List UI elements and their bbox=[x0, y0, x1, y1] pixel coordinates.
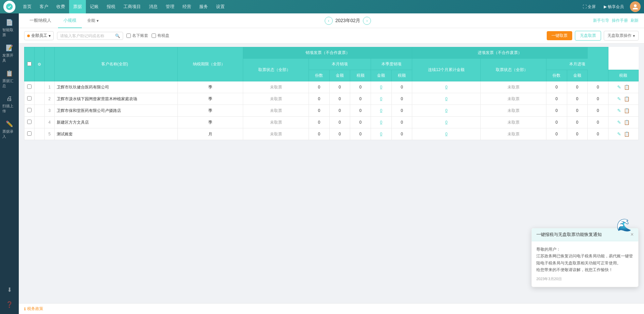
sidebar-item-entry-label: 票据录入 bbox=[2, 129, 16, 139]
row-edit-btn-2[interactable]: ✎ bbox=[616, 107, 622, 114]
no-disk-ops-btn[interactable]: 无盘取票操作 ▾ bbox=[604, 31, 639, 41]
sidebar-item-entry[interactable]: ✏️ 票据录入 bbox=[1, 118, 18, 142]
row-checkbox-1[interactable] bbox=[24, 93, 35, 105]
search-box: 🔍 bbox=[57, 32, 123, 40]
period-next-btn[interactable]: › bbox=[363, 17, 371, 25]
table-row: 5 测试账套 月 未取票 0 0 0 0 0 0 未取票 0 0 0 ✎ 📋 bbox=[24, 128, 639, 140]
nav-service[interactable]: 服务 bbox=[195, 0, 212, 13]
status-bar[interactable]: ℹ 税务政策 bbox=[19, 303, 644, 314]
row-actions-3: ✎ 📋 bbox=[608, 117, 638, 128]
row-view-btn-2[interactable]: 📋 bbox=[623, 107, 630, 114]
period-prev-btn[interactable]: ‹ bbox=[325, 17, 333, 25]
row-check-input-0[interactable] bbox=[27, 84, 32, 89]
nav-customer[interactable]: 客户 bbox=[36, 0, 52, 13]
sidebar-bottom-download[interactable]: ⬇ bbox=[3, 284, 15, 296]
row-checkbox-4[interactable] bbox=[24, 128, 35, 140]
row-checkbox-0[interactable] bbox=[24, 81, 35, 93]
sidebar-item-scan[interactable]: 🖨 扫描上传 bbox=[1, 92, 18, 116]
table-row: 1 卫辉市玖玖健合医药有限公司 季 未取票 0 0 0 0 0 0 未取票 0 … bbox=[24, 81, 639, 93]
col-sales-status[interactable]: 取票状态（全部） ▾ bbox=[243, 59, 309, 81]
nav-billing[interactable]: 收费 bbox=[52, 0, 69, 13]
nav-settings[interactable]: 设置 bbox=[212, 0, 229, 13]
no-disk-btn[interactable]: 无盘取票 bbox=[575, 31, 601, 41]
row-edit-btn-1[interactable]: ✎ bbox=[616, 96, 622, 102]
name-account-input[interactable] bbox=[126, 34, 131, 38]
sidebar-item-smart-label: 智能取票 bbox=[2, 27, 16, 38]
row-view-btn-1[interactable]: 📋 bbox=[623, 96, 630, 102]
row-tax-period-4: 月 bbox=[177, 128, 243, 140]
row-settings-0[interactable] bbox=[35, 81, 45, 93]
one-click-btn[interactable]: 一键取票 bbox=[547, 31, 572, 40]
user-avatar[interactable] bbox=[630, 1, 641, 12]
row-edit-btn-0[interactable]: ✎ bbox=[616, 84, 622, 90]
row-tax-period-3: 季 bbox=[177, 117, 243, 128]
tab-general[interactable]: 一般纳税人 bbox=[24, 13, 57, 28]
employee-select[interactable]: 全部员工 ▾ bbox=[24, 31, 54, 40]
tab-small-scale[interactable]: 小规模 bbox=[58, 13, 82, 28]
search-input[interactable] bbox=[60, 34, 114, 38]
nav-business[interactable]: 工商项目 bbox=[119, 0, 145, 13]
row-ss-tax-3: 0 bbox=[391, 117, 412, 128]
row-sm-amount-4: 0 bbox=[329, 128, 350, 140]
tax-disk-input[interactable] bbox=[152, 34, 156, 38]
table-body: 1 卫辉市玖玖健合医药有限公司 季 未取票 0 0 0 0 0 0 未取票 0 … bbox=[24, 81, 639, 140]
row-im-tax-3: 0 bbox=[588, 117, 608, 128]
row-edit-btn-4[interactable]: ✎ bbox=[616, 131, 622, 137]
member-btn[interactable]: ▶ 畅享会员 bbox=[602, 3, 626, 10]
row-check-input-3[interactable] bbox=[27, 120, 32, 124]
tax-period-filter-icon[interactable]: ▾ bbox=[226, 62, 228, 66]
row-settings-4[interactable] bbox=[35, 128, 45, 140]
tax-disk-checkbox[interactable]: 有税盘 bbox=[152, 33, 169, 39]
sidebar-bottom-help[interactable]: ❓ bbox=[3, 299, 15, 311]
nav-home[interactable]: 首页 bbox=[19, 0, 36, 13]
row-check-input-2[interactable] bbox=[27, 108, 32, 112]
row-im-copies-4: 0 bbox=[546, 128, 567, 140]
row-sm-copies-2: 0 bbox=[309, 105, 329, 117]
select-all-checkbox[interactable] bbox=[27, 62, 32, 66]
col-tax-period[interactable]: 纳税期限（全部） ▾ bbox=[177, 47, 243, 81]
play-icon: ▶ bbox=[604, 4, 607, 9]
sidebar-item-open-invoice[interactable]: 📝 发票开具 bbox=[1, 42, 18, 66]
tab-all[interactable]: 全能 ▾ bbox=[83, 13, 103, 28]
row-view-btn-0[interactable]: 📋 bbox=[623, 84, 630, 90]
refresh-btn[interactable]: 刷新 bbox=[631, 18, 639, 23]
row-settings-3[interactable] bbox=[35, 117, 45, 128]
row-edit-btn-3[interactable]: ✎ bbox=[616, 119, 622, 126]
fullscreen-btn[interactable]: ⛶ 全屏 bbox=[581, 3, 598, 10]
new-guide-btn[interactable]: 新手引导 bbox=[593, 18, 609, 23]
notification-close-btn[interactable]: × bbox=[631, 232, 634, 238]
nav-right: ⛶ 全屏 ▶ 畅享会员 bbox=[581, 1, 641, 12]
row-check-input-4[interactable] bbox=[27, 131, 32, 136]
sidebar-item-summary[interactable]: 📋 票据汇总 bbox=[1, 67, 18, 91]
row-view-btn-3[interactable]: 📋 bbox=[623, 119, 630, 126]
row-check-input-1[interactable] bbox=[27, 96, 32, 101]
col-ss-tax: 税额 bbox=[391, 70, 412, 81]
col-input-status[interactable]: 取票状态（全部） ▾ bbox=[481, 59, 546, 81]
search-icon[interactable]: 🔍 bbox=[115, 34, 120, 38]
sub-tabs-actions: 新手引导 操作手册 刷新 bbox=[593, 18, 639, 23]
row-im-amount-2: 0 bbox=[567, 105, 588, 117]
company-filter-icon[interactable]: ▾ bbox=[129, 62, 131, 66]
row-sm-tax-0: 0 bbox=[350, 81, 371, 93]
nav-message[interactable]: 消息 bbox=[145, 0, 162, 13]
sales-status-filter[interactable]: ▾ bbox=[292, 68, 293, 72]
nav-tax[interactable]: 报税 bbox=[103, 0, 119, 13]
col-company[interactable]: 客户名称(全部) ▾ bbox=[55, 47, 178, 81]
nav-invoice[interactable]: 票据 bbox=[69, 0, 86, 13]
period-label: 2023年02月 bbox=[335, 18, 361, 24]
row-settings-2[interactable] bbox=[35, 105, 45, 117]
col-settings[interactable]: ⚙ bbox=[35, 47, 45, 81]
nav-manage[interactable]: 管理 bbox=[162, 0, 178, 13]
table-row: 2 卫辉市汲水镇下园闸曾家营苗木种植家庭农场 季 未取票 0 0 0 0 0 0… bbox=[24, 93, 639, 105]
row-settings-1[interactable] bbox=[35, 93, 45, 105]
row-checkbox-2[interactable] bbox=[24, 105, 35, 117]
row-view-btn-4[interactable]: 📋 bbox=[623, 131, 630, 137]
nav-accounting[interactable]: 记账 bbox=[86, 0, 103, 13]
entry-icon: ✏️ bbox=[6, 120, 13, 128]
nav-operation[interactable]: 经营 bbox=[178, 0, 195, 13]
input-status-filter[interactable]: ▾ bbox=[529, 68, 531, 72]
row-checkbox-3[interactable] bbox=[24, 117, 35, 128]
name-account-checkbox[interactable]: 名下账套 bbox=[126, 33, 148, 39]
sidebar-item-smart-invoice[interactable]: 📄 智能取票 bbox=[1, 16, 18, 40]
ops-manual-btn[interactable]: 操作手册 bbox=[612, 18, 628, 23]
